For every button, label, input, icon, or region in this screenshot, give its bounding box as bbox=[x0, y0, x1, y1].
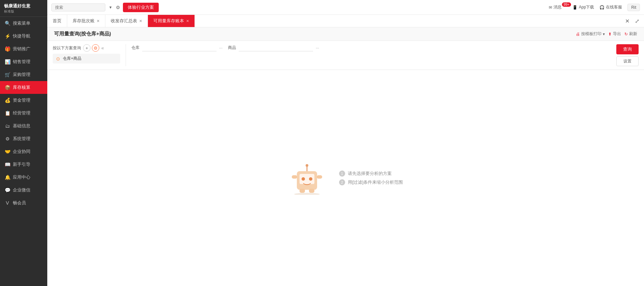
sidebar-icon-quicknav: ⚡ bbox=[5, 33, 10, 39]
sidebar-item-apps[interactable]: 🔔应用中心 bbox=[0, 171, 47, 184]
filter-area: 按以下方案查询 + ⚙ « ⊙ 仓库+商品 仓库 ··· bbox=[47, 41, 644, 70]
svg-rect-9 bbox=[309, 189, 314, 193]
sidebar-icon-apps: 🔔 bbox=[5, 175, 10, 180]
online-service-btn[interactable]: 🎧 在线客服 bbox=[599, 4, 622, 10]
tab-close-batch[interactable]: ✕ bbox=[97, 19, 100, 23]
user-menu-btn[interactable]: Rit bbox=[627, 4, 640, 11]
hint-num-2: 2 bbox=[339, 179, 345, 185]
content-area: 1 请先选择要分析的方案 2 用[过滤]条件来缩小分析范围 bbox=[47, 70, 644, 286]
refresh-label: 刷新 bbox=[629, 31, 637, 37]
svg-point-3 bbox=[309, 177, 312, 181]
product-label: 商品 bbox=[228, 45, 236, 51]
topbar-right: ✉ 消息 99+ 📱 App下载 🎧 在线客服 Rit bbox=[549, 4, 640, 11]
app-name: 畅康通好生意 bbox=[4, 3, 43, 9]
tab-close-available[interactable]: ✕ bbox=[186, 19, 189, 23]
sidebar-icon-marketing: 🎁 bbox=[5, 46, 10, 52]
sidebar-item-inventory[interactable]: 📦库存核算 bbox=[0, 81, 47, 94]
tab-close-summary[interactable]: ✕ bbox=[139, 19, 142, 23]
sidebar-item-system[interactable]: ⚙系统管理 bbox=[0, 132, 47, 145]
tabs-bar: 首页库存批次账✕收发存汇总表✕可用量库存账本✕ ✕ ⤢ bbox=[47, 15, 644, 27]
svg-point-2 bbox=[302, 177, 305, 181]
sidebar-item-marketing[interactable]: 🎁营销推广 bbox=[0, 43, 47, 55]
tab-label-batch: 库存批次账 bbox=[73, 18, 95, 24]
industry-solution-button[interactable]: 体验行业方案 bbox=[123, 3, 159, 12]
tab-batch[interactable]: 库存批次账✕ bbox=[67, 15, 105, 27]
tab-summary[interactable]: 收发存汇总表✕ bbox=[105, 15, 148, 27]
scheme-label: 按以下方案查询 + ⚙ « bbox=[53, 44, 120, 52]
service-label: 在线客服 bbox=[606, 4, 622, 10]
hint-text-1: 请先选择要分析的方案 bbox=[348, 171, 392, 177]
tab-label-available: 可用量库存账本 bbox=[153, 18, 184, 24]
search-input[interactable] bbox=[51, 3, 105, 11]
product-more-btn[interactable]: ··· bbox=[316, 46, 319, 50]
sidebar-label-operations: 经营管理 bbox=[13, 110, 30, 116]
sidebar-label-member: 畅会员 bbox=[13, 200, 26, 206]
sidebar-item-operations[interactable]: 📋经营管理 bbox=[0, 107, 47, 120]
sidebar-item-enterprise[interactable]: 🤝企业协同 bbox=[0, 145, 47, 158]
sidebar-item-quicknav[interactable]: ⚡快捷导航 bbox=[0, 30, 47, 43]
sidebar-item-member[interactable]: V畅会员 bbox=[0, 197, 47, 209]
sidebar-logo: 畅康通好生意 标准版 bbox=[0, 0, 47, 17]
filter-actions: 查询 设置 bbox=[616, 44, 639, 66]
warehouse-input[interactable] bbox=[142, 44, 216, 51]
svg-point-10 bbox=[294, 193, 320, 195]
page-title: 可用量查询(按仓库+商品) bbox=[54, 31, 111, 37]
message-badge: 99+ bbox=[562, 2, 571, 7]
warehouse-label: 仓库 bbox=[131, 45, 139, 51]
svg-rect-6 bbox=[292, 175, 297, 179]
sidebar-item-purchase[interactable]: 🛒采购管理 bbox=[0, 68, 47, 81]
sidebar-item-sales[interactable]: 📊销售管理 bbox=[0, 55, 47, 68]
scheme-item-label: 仓库+商品 bbox=[63, 56, 81, 61]
tab-home[interactable]: 首页 bbox=[47, 15, 67, 27]
print-icon: 🖨 bbox=[576, 32, 580, 36]
sidebar-icon-system: ⚙ bbox=[5, 136, 10, 141]
search-dropdown-btn[interactable]: ▾ bbox=[108, 5, 113, 10]
sidebar-icon-newbie: 📖 bbox=[5, 162, 10, 167]
product-filter-field: 商品 ··· bbox=[228, 44, 319, 51]
query-button[interactable]: 查询 bbox=[616, 44, 639, 54]
sidebar-item-basic[interactable]: 🗂基础信息 bbox=[0, 120, 47, 132]
message-btn[interactable]: ✉ 消息 99+ bbox=[549, 4, 567, 10]
tab-expand-btn[interactable]: ⤢ bbox=[633, 17, 641, 25]
product-input[interactable] bbox=[239, 44, 313, 51]
sidebar: 畅康通好生意 标准版 🔍搜索菜单⚡快捷导航🎁营销推广📊销售管理🛒采购管理📦库存核… bbox=[0, 0, 47, 286]
export-label: 导出 bbox=[613, 31, 621, 37]
sidebar-item-search[interactable]: 🔍搜索菜单 bbox=[0, 17, 47, 30]
collapse-filter-btn[interactable]: « bbox=[101, 45, 104, 51]
settings-icon-btn[interactable]: ⚙ bbox=[116, 5, 120, 10]
scheme-item-icon: ⊙ bbox=[56, 56, 60, 61]
sidebar-icon-wechat: 💬 bbox=[5, 187, 10, 193]
sidebar-item-newbie[interactable]: 📖新手引导 bbox=[0, 158, 47, 171]
scheme-item-warehouse-product[interactable]: ⊙ 仓库+商品 bbox=[53, 54, 120, 63]
headset-icon: 🎧 bbox=[599, 5, 604, 10]
sidebar-label-system: 系统管理 bbox=[13, 136, 30, 142]
export-icon: ⬆ bbox=[608, 32, 612, 36]
empty-illustration bbox=[288, 161, 326, 195]
tabs-actions: ✕ ⤢ bbox=[623, 17, 644, 25]
sidebar-icon-basic: 🗂 bbox=[5, 123, 10, 129]
add-scheme-btn[interactable]: + bbox=[83, 44, 91, 52]
sidebar-label-inventory: 库存核算 bbox=[13, 84, 30, 90]
sidebar-item-wechat[interactable]: 💬企业微信 bbox=[0, 184, 47, 197]
sidebar-label-wechat: 企业微信 bbox=[13, 187, 30, 193]
settings-action-button[interactable]: 设置 bbox=[616, 56, 639, 66]
sidebar-item-finance[interactable]: 💰资金管理 bbox=[0, 94, 47, 107]
empty-hints: 1 请先选择要分析的方案 2 用[过滤]条件来缩小分析范围 bbox=[339, 171, 403, 185]
refresh-btn[interactable]: ↻ 刷新 bbox=[624, 31, 637, 37]
hint-2: 2 用[过滤]条件来缩小分析范围 bbox=[339, 179, 403, 185]
print-template-btn[interactable]: 🖨 按模板打印 ▾ bbox=[576, 31, 605, 37]
tab-label-summary: 收发存汇总表 bbox=[111, 18, 137, 24]
sidebar-icon-inventory: 📦 bbox=[5, 85, 10, 90]
sidebar-icon-member: V bbox=[5, 200, 10, 206]
scheme-settings-btn[interactable]: ⚙ bbox=[92, 44, 99, 52]
sidebar-label-sales: 销售管理 bbox=[13, 59, 30, 65]
page-header: 可用量查询(按仓库+商品) 🖨 按模板打印 ▾ ⬆ 导出 ↻ 刷新 bbox=[47, 27, 644, 41]
tab-available[interactable]: 可用量库存账本✕ bbox=[148, 15, 195, 27]
tab-close-all-btn[interactable]: ✕ bbox=[623, 17, 632, 25]
app-download-btn[interactable]: 📱 App下载 bbox=[572, 4, 594, 10]
hint-1: 1 请先选择要分析的方案 bbox=[339, 171, 403, 177]
warehouse-more-btn[interactable]: ··· bbox=[219, 46, 223, 50]
export-btn[interactable]: ⬆ 导出 bbox=[608, 31, 621, 37]
sidebar-icon-enterprise: 🤝 bbox=[5, 149, 10, 154]
page-header-actions: 🖨 按模板打印 ▾ ⬆ 导出 ↻ 刷新 bbox=[576, 31, 637, 37]
